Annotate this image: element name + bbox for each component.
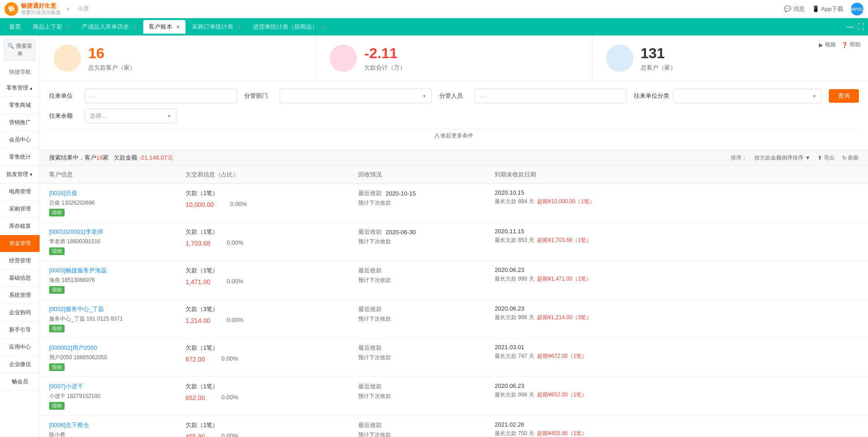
tab-customer-close[interactable]: ✕ — [176, 24, 180, 30]
sidebar-item-operations[interactable]: 经营管理 — [0, 252, 40, 270]
sort-option-label: 按欠款金额倒序排序 — [754, 155, 803, 161]
sidebar-item-wholesale[interactable]: 批发管理 ▼ — [0, 166, 40, 183]
manager-label: 分管人员 — [439, 92, 471, 100]
overdue-days-6: 最长欠款 998 天 超期¥652.00（1笔） — [495, 391, 859, 399]
stat-card-total-customers: 131 总客户（家） ▶ 视频 ❓ 帮助 — [592, 35, 868, 81]
debt-count-1: 欠款（1笔） — [186, 189, 358, 197]
customer-name-7[interactable]: [0006]去下粮仓 — [49, 421, 186, 429]
sidebar-item-retail-mgmt[interactable]: 零售管理 ▲ — [0, 80, 40, 97]
overdue-link-3[interactable]: 超期¥1,471.00（1笔） — [537, 276, 592, 282]
collection-label-5: 最近收款 — [358, 344, 382, 352]
user-avatar[interactable]: demo2 — [851, 3, 863, 15]
collection-next-1: 预计下次收款 — [358, 199, 495, 207]
message-button[interactable]: 💬 消息 — [784, 5, 805, 13]
brand-name: 畅捷通好生意 — [21, 2, 61, 10]
filter-area: 往来单位 ··· 分管部门 ▼ 分管人员 ··· — [40, 81, 868, 150]
collection-date-2: 2020-06-30 — [386, 229, 416, 236]
customer-name-1[interactable]: [0016]吕俊 — [49, 189, 186, 197]
sidebar-item-retail-mall[interactable]: 零售商城 — [0, 97, 40, 114]
overdue-link-2[interactable]: 超期¥1,703.68（1笔） — [537, 237, 592, 243]
tab-incoming-close[interactable]: ✕ — [321, 24, 326, 30]
sidebar-item-basic-info[interactable]: 基础信息 — [0, 270, 40, 287]
customer-tag-1: 现销 — [49, 209, 65, 216]
customer-info-1: [0016]吕俊 吕俊 13026203696 现销 — [49, 189, 186, 216]
collapse-label: 收起更多条件 — [441, 132, 473, 139]
help-button[interactable]: ❓ 帮助 — [841, 41, 861, 49]
tab-home[interactable]: 首页 — [4, 20, 26, 34]
overdue-link-1[interactable]: 超期¥10,000.00（1笔） — [537, 198, 595, 205]
sidebar-quick-nav[interactable]: 快捷导航 — [0, 65, 40, 80]
unit-class-select[interactable]: ▼ — [673, 89, 822, 103]
sidebar-item-guide[interactable]: 新手引导 — [0, 321, 40, 339]
debt-count-6: 欠款（1笔） — [186, 382, 358, 391]
tab-products[interactable]: 商品上下架 ✕ — [27, 20, 75, 34]
overdue-link-6[interactable]: 超期¥652.00（1笔） — [537, 392, 587, 398]
tab-purchase-close[interactable]: ✕ — [237, 24, 241, 30]
sidebar-item-inventory[interactable]: 库存核算 — [0, 218, 40, 235]
dept-select[interactable]: ▼ — [280, 89, 432, 103]
tab-produce-close[interactable]: ✕ — [133, 24, 137, 30]
collection-row-3: 最近收款 — [358, 266, 495, 275]
manager-input[interactable]: ··· — [475, 89, 627, 103]
collection-row-4: 最近收款 — [358, 305, 495, 313]
sidebar-item-purchase[interactable]: 采购管理 — [0, 201, 40, 218]
tab-products-close[interactable]: ✕ — [66, 24, 70, 30]
sidebar-item-member[interactable]: 会员中心 — [0, 131, 40, 149]
customer-name-4[interactable]: [0002]服务中心_丁磊 — [49, 305, 186, 313]
debt-customers-info: 16 总欠款客户（家） — [88, 45, 135, 72]
sidebar-item-retail-stats[interactable]: 零售统计 — [0, 149, 40, 166]
top-bar-left: 畅 畅捷通好生意 母婴行业演示账套 ▼ 示意 — [5, 2, 89, 16]
sidebar-item-collab[interactable]: 企业协同 — [0, 304, 40, 321]
main-layout: 🔍 搜索菜单 快捷导航 零售管理 ▲ 零售商城 营销推广 会员中心 零售统计 批… — [0, 35, 868, 437]
unit-class-label: 往来单位分类 — [634, 92, 669, 100]
debt-total-label: 欠款合计（万） — [364, 64, 406, 72]
tab-customer-account[interactable]: 客户账本 ✕ — [143, 20, 186, 34]
customer-name-5[interactable]: [000002]用户2050 — [49, 344, 186, 352]
source-unit-input[interactable]: ··· — [85, 89, 237, 103]
sort-select[interactable]: 按欠款金额倒序排序 ▼ — [754, 154, 810, 162]
collection-date-1: 2020-10-15 — [386, 190, 416, 197]
collection-next-5: 预计下次收款 — [358, 354, 495, 362]
tab-purchase[interactable]: 采购订单统计表 ✕ — [186, 20, 246, 34]
minimize-icon[interactable]: — — [846, 23, 853, 31]
overdue-link-4[interactable]: 超期¥1,214.00（3笔） — [537, 314, 592, 321]
sidebar-item-finance[interactable]: 资金管理 — [0, 235, 40, 252]
tab-incoming-label: 进货单统计表（按商品） — [253, 23, 318, 31]
video-help-button[interactable]: ▶ 视频 — [819, 41, 836, 49]
sidebar-item-apps[interactable]: 应用中心 — [0, 339, 40, 356]
sidebar-toggle[interactable]: 示意 — [78, 5, 89, 13]
app-download-button[interactable]: 📱 App下载 — [812, 5, 843, 13]
collapse-bar[interactable]: ⋀ 收起更多条件 — [49, 129, 859, 142]
refresh-button[interactable]: ↻ 刷新 — [842, 154, 859, 162]
customer-info-4: [0002]服务中心_丁磊 服务中心_丁磊 181 0125 8371 现销 — [49, 305, 186, 332]
sidebar-item-system[interactable]: 系统管理 — [0, 287, 40, 304]
sidebar-item-wechat[interactable]: 企业微信 — [0, 356, 40, 373]
search-menu-button[interactable]: 🔍 搜索菜单 — [4, 39, 36, 61]
tab-produce[interactable]: 产成品入库单历史 ✕ — [76, 20, 142, 34]
debt-percent-3: 0.00% — [227, 278, 244, 285]
collection-label-6: 最近收款 — [358, 382, 382, 391]
customer-name-2[interactable]: [0001020001]李老师 — [49, 228, 186, 236]
sidebar-item-ecommerce[interactable]: 电商管理 — [0, 183, 40, 201]
customer-name-6[interactable]: [0007]小进干 — [49, 382, 186, 391]
search-button[interactable]: 查询 — [829, 89, 859, 103]
maximize-icon[interactable]: ⛶ — [857, 23, 864, 31]
tab-incoming[interactable]: 进货单统计表（按商品） ✕ — [247, 20, 331, 34]
debt-row-7: 455.90 0.00% — [186, 431, 358, 437]
overdue-link-7[interactable]: 超期¥455.90（1笔） — [537, 430, 587, 437]
customer-name-3[interactable]: [0003]畅捷服务尹海蕊 — [49, 266, 186, 275]
collection-label-7: 最近收款 — [358, 421, 382, 429]
debt-percent-1: 0.00% — [230, 201, 247, 207]
sidebar-item-marketing[interactable]: 营销推广 — [0, 114, 40, 131]
app-download-label: App下载 — [821, 5, 843, 13]
sidebar-item-member-plus[interactable]: 畅会员 — [0, 373, 40, 391]
search-menu-label: 搜索菜单 — [16, 43, 32, 57]
overdue-link-5[interactable]: 超期¥672.00（1笔） — [537, 353, 587, 359]
debt-count-3: 欠款（1笔） — [186, 266, 358, 275]
logo-area: 畅 畅捷通好生意 母婴行业演示账套 ▼ — [5, 2, 71, 16]
overdue-days-1: 最长欠款 884 天 超期¥10,000.00（1笔） — [495, 198, 859, 206]
debt-amount-6: 652.00 — [186, 394, 205, 402]
export-button[interactable]: ⬆ 导出 — [818, 154, 834, 162]
balance-select[interactable]: 选择... ▼ — [85, 109, 176, 123]
debt-info-5: 欠款（1笔） 672.00 0.00% — [186, 344, 358, 363]
